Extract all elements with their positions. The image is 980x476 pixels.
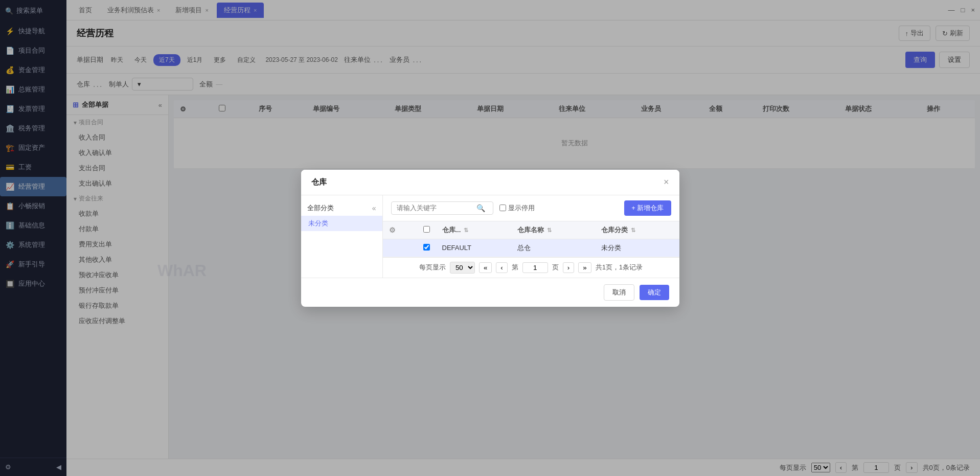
confirm-button[interactable]: 确定 xyxy=(640,285,669,300)
modal-category-unclassified[interactable]: 未分类 xyxy=(301,216,382,231)
col-code-label: 仓库... xyxy=(442,226,461,234)
modal-table-footer: 每页显示 50 « ‹ 第 页 › » 共1页，1条记录 xyxy=(383,257,679,278)
modal-settings-icon[interactable]: ⚙ xyxy=(389,226,396,234)
modal-footer-buttons: 取消 确定 xyxy=(301,278,679,307)
modal-total-info: 共1页，1条记录 xyxy=(596,263,643,272)
modal-toolbar: 🔍 显示停用 + 新增仓库 xyxy=(383,195,679,221)
modal-warehouse-table: ⚙ 仓库... ⇅ 仓库名称 xyxy=(383,221,679,257)
row-code: DEFAULT xyxy=(436,239,512,257)
warehouse-modal: 仓库 × 全部分类 « 未分类 🔍 xyxy=(301,170,679,307)
sort-code-icon[interactable]: ⇅ xyxy=(464,227,468,233)
modal-close-button[interactable]: × xyxy=(664,177,669,188)
show-disabled-text: 显示停用 xyxy=(508,203,535,213)
row-checkbox[interactable] xyxy=(423,244,430,251)
modal-body: 全部分类 « 未分类 🔍 显示停用 xyxy=(301,195,679,278)
modal-title: 仓库 xyxy=(311,177,327,187)
modal-per-page-label: 每页显示 xyxy=(419,263,446,272)
show-disabled-checkbox[interactable] xyxy=(499,205,506,211)
modal-col-category: 仓库分类 ⇅ xyxy=(595,221,679,239)
modal-prev-page[interactable]: ‹ xyxy=(496,262,507,273)
sort-name-icon[interactable]: ⇅ xyxy=(547,227,552,233)
modal-next-page[interactable]: › xyxy=(563,262,574,273)
modal-search-input[interactable] xyxy=(397,204,473,212)
table-row[interactable]: DEFAULT 总仓 未分类 xyxy=(383,239,679,257)
modal-first-page[interactable]: « xyxy=(479,262,492,273)
show-disabled-label[interactable]: 显示停用 xyxy=(499,203,535,213)
modal-left-panel: 全部分类 « 未分类 xyxy=(301,195,383,278)
col-category-label: 仓库分类 xyxy=(601,226,628,234)
modal-col-name: 仓库名称 ⇅ xyxy=(511,221,595,239)
modal-select-all[interactable] xyxy=(423,226,430,233)
modal-page-label: 第 xyxy=(512,263,518,272)
row-settings-cell xyxy=(383,239,417,257)
modal-left-toggle[interactable]: « xyxy=(372,204,376,212)
cancel-button[interactable]: 取消 xyxy=(604,284,634,301)
modal-col-checkbox xyxy=(417,221,436,239)
row-category: 未分类 xyxy=(595,239,679,257)
add-warehouse-button[interactable]: + 新增仓库 xyxy=(624,200,671,216)
row-checkbox-cell xyxy=(417,239,436,257)
modal-last-page[interactable]: » xyxy=(578,262,591,273)
modal-header: 仓库 × xyxy=(301,170,679,195)
sort-category-icon[interactable]: ⇅ xyxy=(631,227,635,233)
modal-left-header: 全部分类 « xyxy=(301,200,382,216)
modal-per-page-select[interactable]: 50 xyxy=(450,262,475,274)
modal-col-settings: ⚙ xyxy=(383,221,417,239)
col-name-label: 仓库名称 xyxy=(517,226,544,234)
search-icon: 🔍 xyxy=(476,204,485,212)
modal-overlay: 仓库 × 全部分类 « 未分类 🔍 xyxy=(0,0,980,476)
all-category-label: 全部分类 xyxy=(307,203,334,213)
modal-page-input[interactable] xyxy=(522,262,548,273)
modal-col-code: 仓库... ⇅ xyxy=(436,221,512,239)
modal-page-suffix: 页 xyxy=(552,263,559,272)
modal-right-panel: 🔍 显示停用 + 新增仓库 xyxy=(383,195,679,278)
modal-table-wrap: ⚙ 仓库... ⇅ 仓库名称 xyxy=(383,221,679,257)
modal-search-box: 🔍 xyxy=(391,201,493,215)
row-name: 总仓 xyxy=(511,239,595,257)
